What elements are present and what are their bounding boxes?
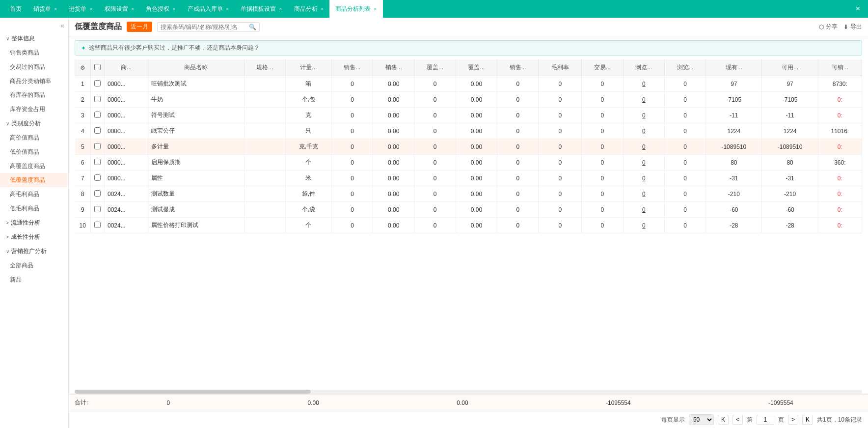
total-sales-qty: 0 (167, 399, 170, 406)
prev-page-button[interactable]: < (732, 415, 743, 425)
cell-checkbox[interactable] (91, 92, 105, 108)
table-row: 4 0000... 眠宝公仔 只 0 0.00 0 0.00 0 0 0 0 0… (75, 123, 862, 139)
cell-checkbox[interactable] (91, 218, 105, 233)
col-settings[interactable]: ⚙ (75, 59, 91, 76)
close-icon[interactable]: × (226, 6, 229, 12)
sidebar-item-in-stock[interactable]: 有库存的商品 (0, 88, 68, 102)
col-name: 商品名称 (148, 59, 244, 76)
sidebar-group-flow[interactable]: > 流通性分析 (0, 216, 68, 230)
sidebar-item-high-coverage[interactable]: 高覆盖度商品 (0, 159, 68, 173)
cell-view1[interactable]: 0 (623, 139, 664, 155)
sidebar-group-overview[interactable]: ∨ 整体信息 (0, 31, 68, 46)
cell-trade: 0 (582, 92, 623, 108)
next-page-button[interactable]: > (788, 415, 798, 425)
cell-spec (244, 139, 285, 155)
cell-view1[interactable]: 0 (623, 108, 664, 123)
table-header-row: ⚙ 商... 商品名称 规格... 计量... 销售... 销售... 覆盖..… (75, 59, 862, 76)
sidebar-item-low-value[interactable]: 低价值商品 (0, 145, 68, 159)
sidebar-item-low-coverage[interactable]: 低覆盖度商品 (0, 173, 68, 187)
cell-checkbox[interactable] (91, 186, 105, 202)
cell-view1[interactable]: 0 (623, 218, 664, 233)
row-checkbox[interactable] (94, 159, 101, 165)
sidebar-item-low-margin[interactable]: 低毛利商品 (0, 201, 68, 216)
close-icon[interactable]: × (89, 6, 92, 12)
nav-tab-permissions[interactable]: 权限设置 × (99, 0, 140, 18)
cell-checkbox[interactable] (91, 155, 105, 171)
nav-tab-analysis-list[interactable]: 商品分析列表 × (329, 0, 382, 18)
cell-checkbox[interactable] (91, 202, 105, 218)
col-sales-amt: 销售... (373, 59, 414, 76)
cell-cover2: 0.00 (456, 76, 497, 92)
nav-tab-home[interactable]: 首页 (4, 0, 27, 18)
close-icon[interactable]: × (374, 6, 377, 12)
row-checkbox[interactable] (94, 206, 101, 212)
sidebar-item-all-goods[interactable]: 全部商品 (0, 258, 68, 273)
first-page-button[interactable]: K (718, 415, 729, 425)
cell-sales-qty: 0 (331, 123, 373, 139)
row-checkbox[interactable] (94, 222, 101, 228)
search-icon[interactable]: 🔍 (249, 24, 256, 30)
sidebar-item-sales-goods[interactable]: 销售类商品 (0, 46, 68, 60)
sidebar-item-high-value[interactable]: 高价值商品 (0, 131, 68, 145)
cell-margin: 0 (539, 139, 582, 155)
nav-tab-analysis[interactable]: 商品分析 × (288, 0, 329, 18)
sidebar-item-category-rate[interactable]: 商品分类动销率 (0, 74, 68, 88)
search-input[interactable] (161, 24, 249, 30)
close-icon[interactable]: × (321, 6, 324, 12)
page-number-input[interactable] (757, 415, 774, 425)
horizontal-scrollbar[interactable] (75, 390, 862, 394)
sidebar-item-new-goods[interactable]: 新品 (0, 273, 68, 287)
sidebar-group-growth[interactable]: > 成长性分析 (0, 230, 68, 244)
select-all-checkbox[interactable] (94, 64, 101, 70)
sidebar-item-high-margin[interactable]: 高毛利商品 (0, 187, 68, 201)
share-icon: ⬡ (819, 24, 824, 30)
cell-view1[interactable]: 0 (623, 171, 664, 186)
cell-checkbox[interactable] (91, 76, 105, 92)
nav-tab-template[interactable]: 单据模板设置 × (235, 0, 288, 18)
close-icon[interactable]: × (54, 6, 57, 12)
close-icon[interactable]: × (172, 6, 175, 12)
cell-margin: 0 (539, 76, 582, 92)
cell-checkbox[interactable] (91, 171, 105, 186)
cell-sellable: 0: (818, 139, 862, 155)
sidebar-item-stock-capital[interactable]: 库存资金占用 (0, 102, 68, 116)
row-checkbox[interactable] (94, 143, 101, 149)
nav-tab-produce[interactable]: 产成品入库单 × (182, 0, 235, 18)
page-size-select[interactable]: 50 20 100 (689, 414, 714, 425)
row-checkbox[interactable] (94, 174, 101, 181)
sidebar-group-category[interactable]: ∨ 类别度分析 (0, 116, 68, 131)
close-icon[interactable]: × (279, 6, 282, 12)
cell-view1[interactable]: 0 (623, 186, 664, 202)
window-close-button[interactable]: × (852, 4, 864, 13)
last-page-button[interactable]: K (802, 415, 813, 425)
row-checkbox[interactable] (94, 96, 101, 102)
sidebar-group-marketing[interactable]: ∨ 营销推广分析 (0, 244, 68, 258)
cell-view1[interactable]: 0 (623, 92, 664, 108)
cell-view1[interactable]: 0 (623, 155, 664, 171)
cell-checkbox[interactable] (91, 108, 105, 123)
sidebar-item-traded-goods[interactable]: 交易过的商品 (0, 60, 68, 74)
period-button[interactable]: 近一月 (127, 22, 152, 32)
share-button[interactable]: ⬡ 分享 (819, 23, 838, 31)
nav-tab-sales[interactable]: 销货单 × (27, 0, 63, 18)
row-checkbox[interactable] (94, 80, 101, 86)
export-button[interactable]: ⬇ 导出 (843, 23, 862, 31)
col-view2: 浏览... (664, 59, 705, 76)
close-icon[interactable]: × (131, 6, 134, 12)
col-code: 商... (105, 59, 148, 76)
row-checkbox[interactable] (94, 190, 101, 197)
cell-cover1: 0 (414, 92, 456, 108)
row-checkbox[interactable] (94, 127, 101, 134)
cell-view1[interactable]: 0 (623, 202, 664, 218)
cell-checkbox[interactable] (91, 123, 105, 139)
cell-view1[interactable]: 0 (623, 123, 664, 139)
cell-trade: 0 (582, 139, 623, 155)
cell-view1[interactable]: 0 (623, 76, 664, 92)
nav-tab-purchase[interactable]: 进货单 × (63, 0, 98, 18)
cell-code: 0000... (105, 76, 148, 92)
nav-tab-roles[interactable]: 角色授权 × (140, 0, 181, 18)
total-current: -1095554 (606, 399, 631, 406)
sidebar-collapse-btn[interactable]: « (0, 20, 68, 31)
cell-checkbox[interactable] (91, 139, 105, 155)
row-checkbox[interactable] (94, 112, 101, 118)
